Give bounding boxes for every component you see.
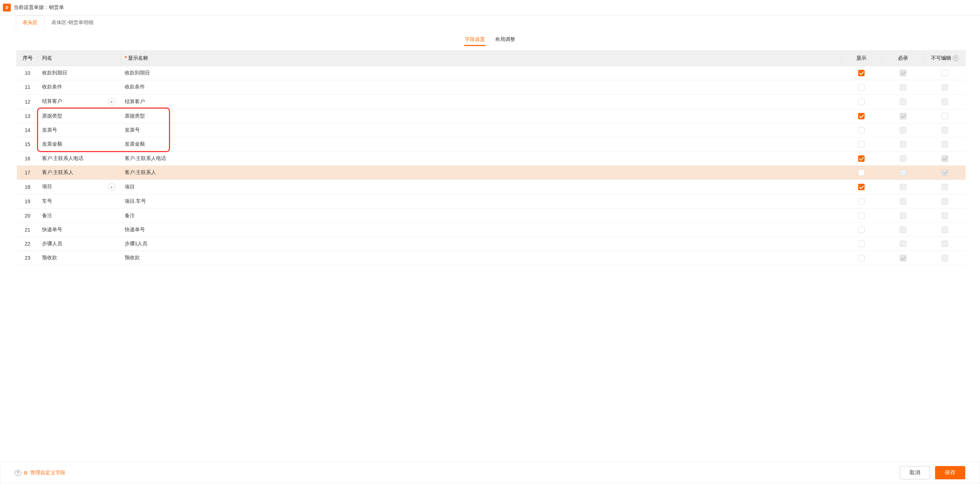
checkbox-required bbox=[900, 184, 906, 190]
help-icon[interactable]: ? bbox=[953, 56, 958, 61]
cell-readonly bbox=[924, 223, 966, 237]
cell-display-name[interactable]: 步骤1人员 bbox=[121, 237, 840, 251]
cell-show bbox=[840, 80, 882, 94]
table-row[interactable]: 20备注备注 bbox=[17, 209, 966, 223]
cell-name: 结算客户+ bbox=[38, 94, 121, 109]
cell-required bbox=[882, 151, 924, 166]
cell-required bbox=[882, 94, 924, 109]
table-row[interactable]: 14发票号发票号 bbox=[17, 123, 966, 137]
table-row[interactable]: 17客户.主联系人客户.主联系人 bbox=[17, 166, 966, 180]
cell-display-name[interactable]: 客户.主联系人电话 bbox=[121, 151, 840, 166]
cell-seq: 16 bbox=[17, 151, 38, 166]
cell-display-name[interactable]: 备注 bbox=[121, 209, 840, 223]
checkbox-readonly bbox=[942, 99, 948, 105]
cell-readonly bbox=[924, 94, 966, 109]
cell-name: 步骤人员 bbox=[38, 237, 121, 251]
checkbox-readonly bbox=[942, 226, 948, 233]
checkbox-required bbox=[900, 99, 906, 105]
cell-readonly bbox=[924, 151, 966, 166]
col-header-seq: 序号 bbox=[17, 51, 38, 66]
cell-name: 车号 bbox=[38, 194, 121, 209]
checkbox-show[interactable] bbox=[858, 184, 865, 190]
col-header-display: *显示名称 bbox=[121, 51, 840, 66]
table-row[interactable]: 11收款条件收款条件 bbox=[17, 80, 966, 94]
checkbox-show[interactable] bbox=[858, 255, 865, 261]
cell-readonly bbox=[924, 66, 966, 80]
checkbox-show[interactable] bbox=[858, 213, 865, 219]
table-row[interactable]: 10收款到期日收款到期日 bbox=[17, 66, 966, 80]
checkbox-show[interactable] bbox=[858, 240, 865, 247]
expand-button[interactable] bbox=[3, 3, 11, 11]
cell-required bbox=[882, 166, 924, 180]
cell-display-name[interactable]: 收款条件 bbox=[121, 80, 840, 94]
cell-show bbox=[840, 209, 882, 223]
cell-display-name[interactable]: 项目 bbox=[121, 180, 840, 194]
cell-show bbox=[840, 194, 882, 209]
table-row[interactable]: 18项目+项目 bbox=[17, 180, 966, 194]
checkbox-readonly[interactable] bbox=[942, 70, 948, 76]
checkbox-show[interactable] bbox=[858, 84, 865, 91]
cell-seq: 20 bbox=[17, 209, 38, 223]
checkbox-readonly bbox=[942, 255, 948, 261]
cell-show bbox=[840, 151, 882, 166]
cell-show bbox=[840, 109, 882, 123]
checkbox-show[interactable] bbox=[858, 113, 865, 119]
checkbox-readonly bbox=[942, 240, 948, 247]
cell-display-name[interactable]: 票据类型 bbox=[121, 109, 840, 123]
cell-display-name[interactable]: 发票号 bbox=[121, 123, 840, 137]
tab[interactable]: 表头区 bbox=[16, 16, 45, 30]
checkbox-required bbox=[900, 255, 906, 261]
cell-readonly bbox=[924, 194, 966, 209]
checkbox-show[interactable] bbox=[858, 141, 865, 147]
cell-display-name[interactable]: 项目.车号 bbox=[121, 194, 840, 209]
checkbox-required bbox=[900, 198, 906, 205]
checkbox-required bbox=[900, 240, 906, 247]
tab[interactable]: 表体区-销货单明细 bbox=[45, 16, 100, 30]
cell-display-name[interactable]: 结算客户 bbox=[121, 94, 840, 109]
table-row[interactable]: 16客户.主联系人电话客户.主联系人电话 bbox=[17, 151, 966, 166]
cell-display-name[interactable]: 快递单号 bbox=[121, 223, 840, 237]
cell-readonly bbox=[924, 237, 966, 251]
table-row[interactable]: 19车号项目.车号 bbox=[17, 194, 966, 209]
chevrons-right-icon bbox=[5, 5, 9, 10]
subtab[interactable]: 布局调整 bbox=[494, 34, 516, 46]
cell-name: 备注 bbox=[38, 209, 121, 223]
cell-name: 发票金额 bbox=[38, 137, 121, 151]
checkbox-show[interactable] bbox=[858, 226, 865, 233]
cell-readonly bbox=[924, 209, 966, 223]
checkbox-show[interactable] bbox=[858, 99, 865, 105]
table-row[interactable]: 12结算客户+结算客户 bbox=[17, 94, 966, 109]
cell-seq: 21 bbox=[17, 223, 38, 237]
cell-required bbox=[882, 109, 924, 123]
table-row[interactable]: 13票据类型票据类型 bbox=[17, 109, 966, 123]
table-row[interactable]: 15发票金额发票金额 bbox=[17, 137, 966, 151]
table-row[interactable]: 22步骤人员步骤1人员 bbox=[17, 237, 966, 251]
checkbox-show[interactable] bbox=[858, 127, 865, 134]
checkbox-show[interactable] bbox=[858, 70, 865, 76]
cell-required bbox=[882, 237, 924, 251]
cell-display-name[interactable]: 客户.主联系人 bbox=[121, 166, 840, 180]
plus-icon[interactable]: + bbox=[108, 183, 115, 191]
cell-seq: 13 bbox=[17, 109, 38, 123]
table-row[interactable]: 21快递单号快递单号 bbox=[17, 223, 966, 237]
cell-required bbox=[882, 137, 924, 151]
cell-readonly bbox=[924, 251, 966, 265]
cell-seq: 15 bbox=[17, 137, 38, 151]
cell-seq: 19 bbox=[17, 194, 38, 209]
cell-required bbox=[882, 223, 924, 237]
cell-readonly bbox=[924, 123, 966, 137]
checkbox-show[interactable] bbox=[858, 198, 865, 205]
checkbox-readonly[interactable] bbox=[942, 113, 948, 119]
cell-display-name[interactable]: 发票金额 bbox=[121, 137, 840, 151]
table-row[interactable]: 23预收款预收款 bbox=[17, 251, 966, 265]
cell-display-name[interactable]: 预收款 bbox=[121, 251, 840, 265]
plus-icon[interactable]: + bbox=[108, 98, 115, 105]
col-header-name: 列名 bbox=[38, 51, 121, 66]
checkbox-show[interactable] bbox=[858, 169, 865, 176]
cell-name: 快递单号 bbox=[38, 223, 121, 237]
subtab[interactable]: 字段设置 bbox=[464, 34, 486, 46]
checkbox-show[interactable] bbox=[858, 155, 865, 162]
checkbox-readonly bbox=[942, 169, 948, 176]
col-header-readonly: 不可编辑? bbox=[924, 51, 966, 66]
cell-display-name[interactable]: 收款到期日 bbox=[121, 66, 840, 80]
